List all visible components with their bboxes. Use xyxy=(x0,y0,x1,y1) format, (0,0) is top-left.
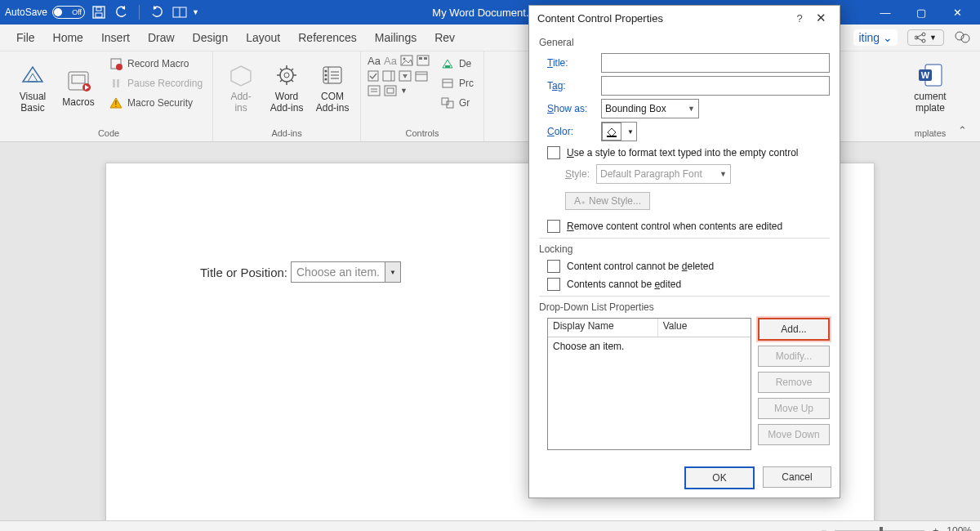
content-control-text-icon[interactable]: Aa xyxy=(368,55,381,67)
svg-rect-55 xyxy=(368,86,380,96)
dialog-help-button[interactable]: ? xyxy=(789,12,810,25)
add-button[interactable]: Add... xyxy=(758,318,830,341)
chevron-down-icon: ⌄ xyxy=(883,31,893,44)
showas-select[interactable]: Bounding Box▼ xyxy=(601,99,699,118)
comments-icon[interactable] xyxy=(954,30,972,45)
dropdown-list-box[interactable]: Display Name Value Choose an item. xyxy=(547,318,751,450)
paint-bucket-icon xyxy=(602,123,621,141)
macro-security-label: Macro Security xyxy=(127,97,193,109)
reading-view-icon[interactable] xyxy=(171,3,189,21)
cannot-delete-checkbox[interactable] xyxy=(547,260,560,273)
content-control-gallery-icon[interactable] xyxy=(416,55,430,67)
title-label: Title: xyxy=(547,57,595,69)
design-mode-button[interactable]: De xyxy=(438,55,477,73)
style-value: Default Paragraph Font xyxy=(600,168,702,180)
tab-design[interactable]: Design xyxy=(185,28,237,47)
tab-file[interactable]: File xyxy=(8,28,43,47)
pause-icon xyxy=(109,77,122,90)
svg-rect-53 xyxy=(416,72,427,81)
save-icon[interactable] xyxy=(90,3,108,21)
macros-label: Macros xyxy=(62,96,94,108)
autosave-toggle[interactable]: AutoSave Off xyxy=(5,6,85,19)
color-picker[interactable]: ▼ xyxy=(601,122,637,141)
content-control-picture-icon[interactable] xyxy=(400,55,413,67)
zoom-out-button[interactable]: − xyxy=(821,525,826,531)
properties-button[interactable]: Prc xyxy=(438,74,477,92)
visual-basic-button[interactable]: Visual Basic xyxy=(11,55,54,120)
content-control-legacy-icon[interactable] xyxy=(384,85,397,96)
tab-mailings[interactable]: Mailings xyxy=(367,28,425,47)
macro-security-button[interactable]: ! Macro Security xyxy=(106,94,206,112)
dropdown-arrow-button[interactable]: ▼ xyxy=(385,262,400,282)
macros-icon xyxy=(65,67,92,95)
window-maximize-button[interactable]: ▢ xyxy=(903,0,939,25)
dropdown-placeholder: Choose an item. xyxy=(292,262,385,282)
content-control-checkbox-icon[interactable] xyxy=(368,70,379,82)
com-addins-button[interactable]: COM Add-ins xyxy=(311,55,354,120)
word-addins-button[interactable]: Word Add-ins xyxy=(265,55,308,120)
undo-icon[interactable] xyxy=(113,3,131,21)
dialog-title: Content Control Properties xyxy=(537,12,663,25)
redo-icon[interactable] xyxy=(148,3,166,21)
svg-point-26 xyxy=(284,73,289,78)
section-dropdown-list: Drop-Down List Properties xyxy=(539,301,830,313)
visual-basic-label: Visual Basic xyxy=(20,91,46,114)
tab-home[interactable]: Home xyxy=(45,28,91,47)
group-controls: Aa Aa ▼ De Prc xyxy=(361,51,484,141)
editing-mode[interactable]: iting ⌄ xyxy=(853,29,898,46)
use-style-checkbox[interactable] xyxy=(547,146,560,159)
titlebar-left: AutoSave Off ▼ xyxy=(5,3,199,21)
record-macro-label: Record Macro xyxy=(127,58,189,69)
svg-marker-52 xyxy=(403,74,408,78)
macros-button[interactable]: Macros xyxy=(57,55,100,120)
addins-button[interactable]: Add- ins xyxy=(220,55,262,120)
zoom-level[interactable]: 100% xyxy=(947,525,972,531)
group-icon xyxy=(441,97,454,109)
content-control-dropdown-icon[interactable] xyxy=(399,70,412,82)
gear-icon xyxy=(273,61,301,89)
content-control-plain-icon[interactable]: Aa xyxy=(384,55,397,67)
zoom-in-button[interactable]: + xyxy=(933,525,938,531)
toggle-switch-icon[interactable]: Off xyxy=(52,6,85,19)
tab-review[interactable]: Rev xyxy=(426,28,463,47)
remove-when-edited-checkbox[interactable] xyxy=(547,220,560,233)
content-control-date-icon[interactable] xyxy=(415,70,428,82)
tab-insert[interactable]: Insert xyxy=(93,28,138,47)
window-minimize-button[interactable]: — xyxy=(867,0,903,25)
design-mode-icon xyxy=(441,58,454,69)
cancel-button[interactable]: Cancel xyxy=(763,466,831,488)
dropdown-content-control[interactable]: Choose an item. ▼ xyxy=(291,261,401,283)
tab-draw[interactable]: Draw xyxy=(140,28,183,47)
field-label: Title or Position: xyxy=(200,266,287,279)
tag-input[interactable] xyxy=(601,76,830,96)
dialog-close-button[interactable]: ✕ xyxy=(810,11,831,25)
group-button[interactable]: Gr xyxy=(438,94,477,112)
window-close-button[interactable]: ✕ xyxy=(939,0,975,25)
group-templates-label: mplates xyxy=(915,127,947,140)
list-item[interactable]: Choose an item. xyxy=(548,337,751,355)
title-input[interactable] xyxy=(601,53,830,73)
modify-button: Modify... xyxy=(758,346,830,367)
record-macro-button[interactable]: Record Macro xyxy=(106,55,206,73)
tab-references[interactable]: References xyxy=(290,28,365,47)
svg-rect-46 xyxy=(419,57,422,60)
content-control-repeat-icon[interactable] xyxy=(368,85,381,96)
new-style-icon: A₊ xyxy=(574,195,586,207)
section-general: General xyxy=(539,37,830,48)
svg-marker-12 xyxy=(23,67,42,82)
new-style-button: A₊ New Style... xyxy=(565,192,650,210)
svg-rect-15 xyxy=(72,75,85,83)
cannot-edit-checkbox[interactable] xyxy=(547,278,560,291)
move-down-button: Move Down xyxy=(758,424,830,445)
collapse-ribbon-button[interactable]: ⌃ xyxy=(958,51,975,141)
chevron-down-icon[interactable]: ▼ xyxy=(400,87,408,95)
move-up-button: Move Up xyxy=(758,398,830,419)
share-button[interactable]: ▼ xyxy=(907,29,944,46)
content-control-combo-icon[interactable] xyxy=(382,70,395,82)
group-code: Visual Basic Macros Record Macro Pause R… xyxy=(5,51,213,141)
chevron-down-icon[interactable]: ▼ xyxy=(192,8,199,16)
ok-button[interactable]: OK xyxy=(684,466,755,489)
document-template-button[interactable]: W cument mplate xyxy=(909,55,951,120)
tab-layout[interactable]: Layout xyxy=(238,28,288,47)
group-addins: Add- ins Word Add-ins COM Add-ins Add-in… xyxy=(213,51,361,141)
